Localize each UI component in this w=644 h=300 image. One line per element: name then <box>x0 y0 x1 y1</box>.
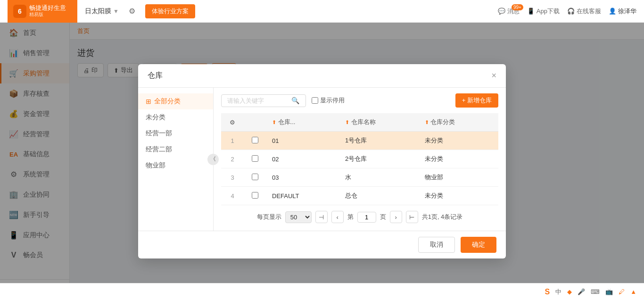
store-name: 日太阳膜 <box>85 7 111 16</box>
user-profile[interactable]: 👤 徐泽华 <box>609 7 636 16</box>
category-panel: ⊞ 全部分类 未分类 经营一部 经营二部 物业部 《 <box>138 88 214 231</box>
cancel-button[interactable]: 取消 <box>418 237 455 253</box>
search-icon[interactable]: 🔍 <box>291 97 299 104</box>
row-name-3: 水 <box>339 168 419 187</box>
message-icon: 💬 <box>498 8 505 15</box>
row-code-2: 02 <box>266 150 339 168</box>
col-settings-header[interactable]: ⚙ <box>221 113 244 132</box>
prev-page-icon: ‹ <box>336 214 338 221</box>
category-all-label: 全部分类 <box>154 97 181 106</box>
row-code-4: DEFAULT <box>266 187 339 205</box>
search-input[interactable] <box>225 95 291 107</box>
table-row[interactable]: 3 03 水 物业部 <box>221 168 498 187</box>
per-page-select[interactable]: 50 10 20 100 <box>285 211 312 223</box>
sort-icon-cat: ⬆ <box>425 119 429 125</box>
show-disabled-checkbox[interactable] <box>312 97 318 104</box>
next-page-button[interactable]: › <box>390 211 402 223</box>
logo-area: 6 畅捷通好生意 精易版 <box>8 0 77 23</box>
category-item-ops1[interactable]: 经营一部 <box>138 125 213 142</box>
sort-icon-code: ⬆ <box>272 119 276 125</box>
per-page-label: 每页显示 <box>257 213 281 221</box>
table-row[interactable]: 4 DEFAULT 总仓 未分类 <box>221 187 498 205</box>
row-name-4: 总仓 <box>339 187 419 205</box>
table-panel: 🔍 显示停用 + 新增仓库 ⚙ ⬆ 仓 <box>214 88 506 231</box>
modal-header: 仓库 × <box>138 64 506 88</box>
row-checkbox-4[interactable] <box>244 187 266 205</box>
warehouse-modal: 仓库 × ⊞ 全部分类 未分类 经营一部 经营二部 物业部 《 <box>138 64 506 258</box>
add-warehouse-button[interactable]: + 新增仓库 <box>455 93 498 108</box>
logo-text-block: 畅捷通好生意 精易版 <box>29 4 66 18</box>
row-category-4: 未分类 <box>419 187 498 205</box>
col-name-header[interactable]: ⬆ 仓库名称 <box>339 113 419 132</box>
taskbar-zh-icon[interactable]: 中 <box>555 288 561 296</box>
table-row[interactable]: 2 02 2号仓库 未分类 <box>221 150 498 168</box>
customer-service-button[interactable]: 🎧 在线客服 <box>567 7 601 16</box>
collapse-icon: 《 <box>210 155 216 163</box>
app-icon: 📱 <box>527 8 535 15</box>
modal-body: ⊞ 全部分类 未分类 经营一部 经营二部 物业部 《 🔍 <box>138 88 506 231</box>
row-category-2: 未分类 <box>419 150 498 168</box>
notification-badge: 99+ <box>512 4 523 10</box>
show-disabled-label: 显示停用 <box>312 96 345 105</box>
customer-service-label: 在线客服 <box>577 7 601 16</box>
taskbar-dot-icon[interactable]: ◆ <box>567 288 572 295</box>
app-download-button[interactable]: 📱 App下载 <box>527 7 560 16</box>
row-code-1: 01 <box>266 132 339 150</box>
sort-icon-name: ⬆ <box>345 119 349 125</box>
taskbar-mic-icon[interactable]: 🎤 <box>578 288 585 295</box>
table-toolbar: 🔍 显示停用 + 新增仓库 <box>221 93 498 108</box>
taskbar-keyboard-icon[interactable]: ⌨ <box>591 288 600 295</box>
warehouse-table: ⚙ ⬆ 仓库... ⬆ 仓库名称 ⬆ 仓库分类 <box>221 113 498 205</box>
col-code-header[interactable]: ⬆ 仓库... <box>266 113 339 132</box>
logo-title: 畅捷通好生意 <box>29 4 66 12</box>
user-icon: 👤 <box>609 8 616 15</box>
gear-icon: ⚙ <box>129 7 135 16</box>
row-checkbox-2[interactable] <box>244 150 266 168</box>
taskbar-pen-icon[interactable]: 🖊 <box>619 288 625 295</box>
headset-icon: 🎧 <box>567 8 575 15</box>
modal-footer: 取消 确定 <box>138 231 506 258</box>
col-category-header[interactable]: ⬆ 仓库分类 <box>419 113 498 132</box>
last-page-button[interactable]: ⊢ <box>406 211 418 223</box>
logo-icon: 6 <box>13 5 26 18</box>
category-item-unclassified[interactable]: 未分类 <box>138 109 213 125</box>
page-number-input[interactable] <box>357 212 376 223</box>
row-num-1: 1 <box>221 132 244 150</box>
taskbar-up-icon[interactable]: ▲ <box>630 288 636 295</box>
modal-overlay: 仓库 × ⊞ 全部分类 未分类 经营一部 经营二部 物业部 《 <box>0 23 644 300</box>
pagination-bar: 每页显示 50 10 20 100 ⊣ ‹ 第 页 <box>221 205 498 225</box>
row-checkbox-1[interactable] <box>244 132 266 150</box>
app-download-label: App下载 <box>537 7 560 16</box>
logo-abbr: 6 <box>18 8 22 15</box>
taskbar-s-icon[interactable]: S <box>545 288 550 296</box>
category-item-property[interactable]: 物业部 <box>138 158 213 174</box>
page-suffix-label: 页 <box>380 213 386 221</box>
store-selector[interactable]: 日太阳膜 ▼ <box>85 7 119 16</box>
search-input-wrap: 🔍 <box>221 94 306 107</box>
grid-icon: ⊞ <box>146 98 151 105</box>
settings-button[interactable]: ⚙ <box>124 4 140 19</box>
taskbar-monitor-icon[interactable]: 📺 <box>605 288 613 295</box>
first-page-icon: ⊣ <box>319 214 324 221</box>
table-row[interactable]: 1 01 1号仓库 未分类 <box>221 132 498 150</box>
next-page-icon: › <box>395 214 396 221</box>
notifications-button[interactable]: 💬 消息 99+ <box>498 7 520 16</box>
row-checkbox-3[interactable] <box>244 168 266 187</box>
row-category-3: 物业部 <box>419 168 498 187</box>
category-item-ops2[interactable]: 经营二部 <box>138 142 213 158</box>
row-num-2: 2 <box>221 150 244 168</box>
show-disabled-text: 显示停用 <box>320 96 345 105</box>
trial-button[interactable]: 体验行业方案 <box>145 4 195 18</box>
confirm-button[interactable]: 确定 <box>461 237 496 253</box>
last-page-icon: ⊢ <box>409 214 414 221</box>
category-all[interactable]: ⊞ 全部分类 <box>138 93 213 109</box>
row-name-1: 1号仓库 <box>339 132 419 150</box>
first-page-button[interactable]: ⊣ <box>315 211 328 223</box>
collapse-panel-button[interactable]: 《 <box>207 154 219 165</box>
prev-page-button[interactable]: ‹ <box>331 211 344 223</box>
row-num-3: 3 <box>221 168 244 187</box>
modal-title: 仓库 <box>148 71 163 81</box>
modal-close-button[interactable]: × <box>491 71 496 81</box>
page-prefix-label: 第 <box>347 213 354 221</box>
row-code-3: 03 <box>266 168 339 187</box>
